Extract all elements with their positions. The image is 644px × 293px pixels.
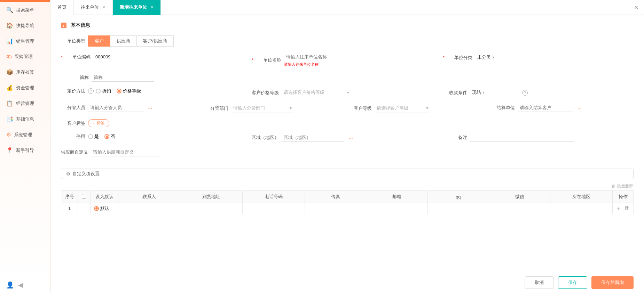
email-input[interactable] xyxy=(370,206,424,211)
user-avatar-icon[interactable]: 👤 xyxy=(6,281,14,289)
sidebar-item-sales[interactable]: 📊 销售管理 xyxy=(0,33,50,49)
settlement-more-btn[interactable]: ··· xyxy=(576,105,583,111)
sidebar-item-label: 快捷导航 xyxy=(16,23,34,29)
sidebar-item-operations[interactable]: 📋 经营管理 xyxy=(0,96,50,111)
select-all-checkbox[interactable] xyxy=(82,194,86,198)
phone-input[interactable] xyxy=(246,206,301,211)
row-district xyxy=(550,203,613,214)
contact-input[interactable] xyxy=(122,206,176,211)
wechat-input[interactable] xyxy=(493,206,547,211)
required-star-name: * xyxy=(252,57,253,63)
level-chevron-icon: ▾ xyxy=(426,106,428,111)
sidebar-item-quicknav[interactable]: 🏠 快捷导航 xyxy=(0,18,50,33)
unit-type-both-btn[interactable]: 客户/供应商 xyxy=(136,35,174,47)
group-remarks: 备注 xyxy=(443,133,634,142)
remarks-label: 备注 xyxy=(443,135,467,141)
payment-select[interactable]: 现结 ▾ xyxy=(470,88,519,97)
sidebar-item-label: 销售管理 xyxy=(16,38,34,44)
sidebar-item-label: 经营管理 xyxy=(16,100,34,107)
tab-home[interactable]: 首页 xyxy=(50,0,74,15)
row-address xyxy=(180,203,242,214)
row-default-radio-item[interactable]: 默认 xyxy=(94,205,115,212)
region-input[interactable] xyxy=(282,133,344,142)
abbr-input[interactable] xyxy=(92,73,154,82)
dept-select[interactable]: 请输入分管部门 ▾ xyxy=(231,104,294,113)
sidebar-item-system[interactable]: ⚙ 系统管理 xyxy=(0,127,50,143)
disabled-no-option[interactable]: 否 xyxy=(104,133,115,140)
row-supplier-custom: 供应商自定义 xyxy=(61,148,634,156)
address-input[interactable] xyxy=(184,206,239,211)
unit-code-input[interactable] xyxy=(93,53,156,61)
gear-icon: ⚙ xyxy=(6,131,11,138)
th-seq: 序号 xyxy=(61,191,78,203)
settlement-input[interactable] xyxy=(518,104,573,112)
sidebar: 🔍 搜索菜单 🏠 快捷导航 📊 销售管理 🛍 采购管理 📦 库存核算 💰 资金管… xyxy=(0,0,50,293)
sidebar-item-label: 搜索菜单 xyxy=(16,7,34,13)
payment-value: 现结 xyxy=(472,89,481,96)
clipboard-icon: 📋 xyxy=(6,100,13,107)
expand-icon[interactable]: ◀ xyxy=(18,281,23,289)
sidebar-item-newbie[interactable]: 📍 新手引导 xyxy=(0,143,50,158)
row-checkbox[interactable] xyxy=(82,206,86,210)
tab-new-partner-close[interactable]: ✕ xyxy=(150,5,154,10)
dept-label: 分管部门 xyxy=(204,105,228,112)
disabled-yes-option[interactable]: 是 xyxy=(88,133,99,140)
fax-input[interactable] xyxy=(308,206,363,211)
pricing-grade-option[interactable]: 价格等级 xyxy=(117,88,141,94)
district-input[interactable] xyxy=(554,206,609,211)
unit-name-input[interactable] xyxy=(284,53,361,61)
unit-type-customer-btn[interactable]: 客户 xyxy=(88,35,110,47)
unit-type-supplier-btn[interactable]: 供应商 xyxy=(110,35,137,47)
add-tag-btn[interactable]: + 标签 xyxy=(88,119,109,127)
manager-label: 分管人员 xyxy=(61,105,85,111)
supplier-custom-input[interactable] xyxy=(91,148,160,156)
save-new-button[interactable]: 保存并新增 xyxy=(591,276,634,289)
sidebar-item-finance[interactable]: 💰 资金管理 xyxy=(0,80,50,96)
tag-btn-label: 标签 xyxy=(96,120,105,126)
customer-level-select[interactable]: 请选择客户等级 ▾ xyxy=(375,104,430,113)
th-check xyxy=(78,191,91,203)
batch-delete-label[interactable]: 批量删除 xyxy=(617,183,634,189)
unit-type-label: 单位类型 xyxy=(61,38,85,44)
add-row-btn[interactable]: ＋ xyxy=(616,206,621,211)
th-address: 到货地址 xyxy=(180,191,242,203)
region-label: 区域（地区） xyxy=(252,135,279,141)
region-more-btn[interactable]: ··· xyxy=(347,135,354,141)
group-settlement: 结算单位 ··· xyxy=(490,104,634,112)
pricing-radio-group: 折扣 价格等级 xyxy=(96,88,141,94)
pricing-discount-option[interactable]: 折扣 xyxy=(96,88,111,94)
tab-partners-close[interactable]: ✕ xyxy=(102,5,105,10)
unit-type-row: 单位类型 客户 供应商 客户/供应商 xyxy=(61,35,634,47)
custom-settings-btn[interactable]: ⚙ 自定义项设置 xyxy=(61,169,634,179)
th-district: 所在地区 xyxy=(550,191,613,203)
tab-partners[interactable]: 往来单位 ✕ xyxy=(74,0,113,15)
group-unit-category: * 单位分类 未分类 ▾ xyxy=(443,53,634,62)
manager-more-btn[interactable]: ··· xyxy=(147,105,154,111)
cancel-button[interactable]: 取消 xyxy=(525,276,554,289)
save-button[interactable]: 保存 xyxy=(558,276,587,289)
delete-row-btn[interactable]: 🗑 xyxy=(624,205,630,211)
payment-help-icon[interactable]: ? xyxy=(522,90,528,96)
row-tags: 客户标签 + 标签 xyxy=(61,119,634,127)
unit-category-select[interactable]: 未分类 ▾ xyxy=(475,53,531,62)
sidebar-item-inventory[interactable]: 📦 库存核算 xyxy=(0,64,50,80)
qq-input[interactable] xyxy=(431,206,485,211)
sidebar-item-purchase[interactable]: 🛍 采购管理 xyxy=(0,49,50,64)
sidebar-item-basic[interactable]: 📑 基础信息 xyxy=(0,111,50,127)
close-all-tabs[interactable]: ✕ xyxy=(628,4,644,11)
remarks-input[interactable] xyxy=(470,133,574,142)
sidebar-item-search[interactable]: 🔍 搜索菜单 xyxy=(0,2,50,18)
customer-level-placeholder: 请选择客户等级 xyxy=(377,105,425,111)
customer-level-label: 客户等级 xyxy=(347,105,372,112)
row-qq xyxy=(428,203,489,214)
group-payment: 收款条件 现结 ▾ ? xyxy=(443,88,634,97)
pricing-label: 定价方法 xyxy=(61,88,85,94)
plus-icon: + xyxy=(93,121,95,126)
tab-home-label: 首页 xyxy=(57,4,66,10)
pricing-help-icon[interactable]: ? xyxy=(88,88,94,94)
tags-label: 客户标签 xyxy=(61,120,85,127)
form-content: i 基本信息 单位类型 客户 供应商 客户/供应商 * 单位编码 * 单位名称 … xyxy=(50,15,644,272)
customer-price-select[interactable]: 请选择客户价格等级 ▾ xyxy=(282,88,351,97)
manager-input[interactable] xyxy=(88,104,144,112)
tab-new-partner[interactable]: 新增往来单位 ✕ xyxy=(113,0,161,15)
